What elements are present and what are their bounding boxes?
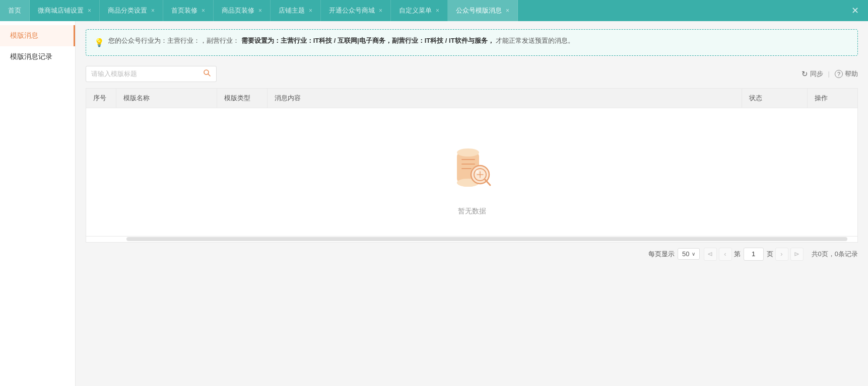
svg-point-12 [476,170,479,173]
tab-home[interactable]: 首页 [0,0,30,21]
empty-state: 暂无数据 [86,108,857,236]
page-last-button[interactable]: ⊳ [790,248,804,261]
toolbar-right: ↻ 同步 | ? 帮助 [802,69,858,79]
tab-home-decor-close[interactable]: × [202,7,205,14]
chevron-down-icon: ∨ [692,251,695,257]
tab-wshop[interactable]: 微商城店铺设置 × [30,0,100,21]
col-status: 状态 [742,88,808,108]
page-input-wrap: 第 页 [734,248,773,261]
notice-text: 您的公众号行业为：主营行业：，副营行业： 需要设置为：主营行业：IT科技 / 互… [108,36,574,46]
content-area: 💡 您的公众号行业为：主营行业：，副营行业： 需要设置为：主营行业：IT科技 /… [76,21,868,386]
tab-template-msg[interactable]: 公众号模版消息 × [448,0,518,21]
pagination-bar: 每页显示 50 ∨ ⊲ ‹ 第 页 › ⊳ 共0页，0条记录 [86,243,858,266]
search-input[interactable] [91,70,201,78]
sidebar-item-template-msg[interactable]: 模版消息 [0,25,75,46]
sync-button[interactable]: ↻ 同步 [802,69,823,79]
sidebar: 模版消息 模版消息记录 [0,21,76,386]
search-button[interactable] [203,69,211,79]
tab-product-decor[interactable]: 商品页装修 × [214,0,271,21]
tab-home-decor[interactable]: 首页装修 × [163,0,214,21]
tab-category-close[interactable]: × [151,7,155,14]
tab-bar-close-all[interactable]: ✕ [847,3,863,18]
scrollbar-track [126,237,847,241]
tab-open-mall[interactable]: 开通公众号商城 × [321,0,391,21]
sync-icon: ↻ [802,69,808,79]
page-prev-button[interactable]: ‹ [719,248,732,261]
tab-wshop-close[interactable]: × [88,7,91,14]
empty-text: 暂无数据 [458,207,486,216]
data-table: 序号 模版名称 模版类型 消息内容 状态 操作 [86,88,858,237]
tab-custom-menu-close[interactable]: × [436,7,439,14]
tab-template-msg-close[interactable]: × [506,7,509,14]
col-type: 模版类型 [217,88,268,108]
table-header: 序号 模版名称 模版类型 消息内容 状态 操作 [86,88,858,108]
tab-theme-close[interactable]: × [309,7,312,14]
col-action: 操作 [808,88,858,108]
total-info: 共0页，0条记录 [812,250,858,259]
page-first-button[interactable]: ⊲ [704,248,717,261]
help-icon: ? [835,70,843,78]
page-number-input[interactable] [744,248,764,261]
page-size-select: 每页显示 50 ∨ [648,248,699,260]
help-button[interactable]: ? 帮助 [835,69,858,79]
tab-custom-menu[interactable]: 自定义菜单 × [391,0,448,21]
page-size-dropdown[interactable]: 50 ∨ [678,248,699,260]
search-input-wrap [86,66,217,82]
empty-row: 暂无数据 [86,108,858,236]
svg-line-1 [208,74,210,76]
tab-bar: 首页 微商城店铺设置 × 商品分类设置 × 首页装修 × 商品页装修 × 店铺主… [0,0,868,21]
svg-point-4 [457,148,479,157]
page-nav: ⊲ ‹ 第 页 › ⊳ [704,248,804,261]
col-content: 消息内容 [268,88,742,108]
tab-open-mall-close[interactable]: × [379,7,382,14]
col-name: 模版名称 [116,88,217,108]
notice-box: 💡 您的公众号行业为：主营行业：，副营行业： 需要设置为：主营行业：IT科技 /… [86,29,858,56]
table-body: 暂无数据 [86,108,858,236]
scrollbar-area[interactable] [86,237,858,243]
empty-illustration [442,138,502,199]
page-next-button[interactable]: › [775,248,788,261]
tab-category[interactable]: 商品分类设置 × [100,0,163,21]
tab-product-decor-close[interactable]: × [258,7,262,14]
search-bar: ↻ 同步 | ? 帮助 [86,66,858,82]
toolbar-divider: | [828,70,830,78]
tab-theme[interactable]: 店铺主题 × [271,0,321,21]
sidebar-item-template-msg-record[interactable]: 模版消息记录 [0,46,75,67]
notice-icon: 💡 [94,36,104,49]
main-layout: 模版消息 模版消息记录 💡 您的公众号行业为：主营行业：，副营行业： 需要设置为… [0,21,868,386]
col-seq: 序号 [86,88,116,108]
